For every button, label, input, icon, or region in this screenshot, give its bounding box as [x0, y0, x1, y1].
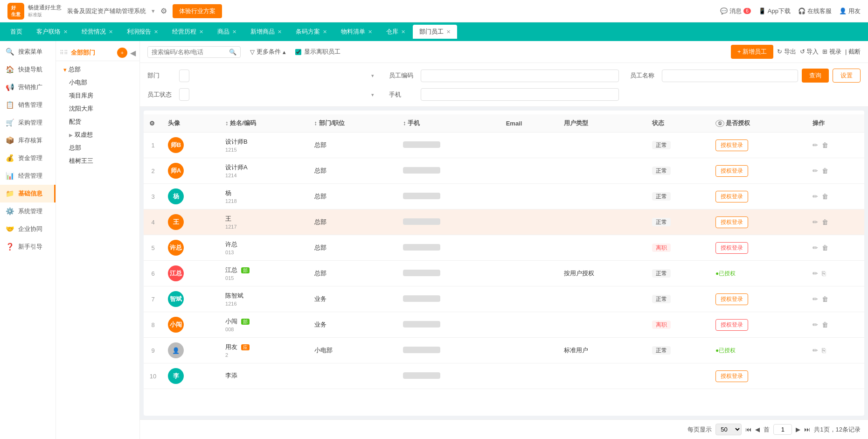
reset-btn[interactable]: 设置	[833, 69, 861, 83]
online-service[interactable]: 🎧 在线客服	[798, 7, 832, 15]
dept-item-project[interactable]: 项目库房	[56, 89, 139, 102]
tab-barcode[interactable]: 条码方案 ✕	[289, 25, 333, 39]
trial-btn[interactable]: 体验行业方案	[173, 4, 222, 18]
tab-home[interactable]: 首页	[4, 25, 29, 39]
th-status: 状态	[646, 114, 710, 132]
sidebar-item-search[interactable]: 🔍 搜索菜单	[0, 43, 56, 61]
sidebar-item-finance[interactable]: 💰 资金管理	[0, 149, 56, 167]
auth-login-btn[interactable]: 授权登录	[715, 319, 748, 331]
delete-btn[interactable]: 🗑	[822, 193, 828, 200]
dept-item-hq-root[interactable]: ▾ 总部	[56, 63, 139, 76]
sidebar-item-system[interactable]: ⚙️ 系统管理	[0, 202, 56, 220]
td-actions: ✏ 🗑	[807, 158, 864, 184]
dept-item-xiao-dian[interactable]: 小电部	[56, 76, 139, 89]
edit-btn[interactable]: ✏	[812, 244, 818, 251]
dept-collapse-btn[interactable]: ◀	[130, 49, 136, 57]
dept-add-btn[interactable]: +	[117, 48, 127, 58]
tab-new-goods[interactable]: 新增商品 ✕	[244, 25, 288, 39]
empname-input[interactable]	[662, 70, 798, 82]
tab-goods[interactable]: 商品 ✕	[211, 25, 243, 39]
show-resigned-label[interactable]: 显示离职员工	[295, 48, 340, 56]
msg-action[interactable]: 💬 消息 6	[720, 7, 751, 15]
export-btn[interactable]: ↻ 导出	[777, 48, 796, 56]
dropdown-arrow[interactable]: ▾	[152, 7, 155, 14]
sidebar-item-guide[interactable]: ❓ 新手引导	[0, 238, 56, 256]
search-input[interactable]	[152, 49, 226, 56]
auth-login-btn[interactable]: 授权登录	[715, 139, 748, 151]
dept-item-wangsan[interactable]: 植树王三	[56, 154, 139, 167]
auth-login-btn[interactable]: 授权登录	[715, 242, 748, 254]
sidebar-item-purchase[interactable]: 🛒 采购管理	[0, 114, 56, 132]
tab-department[interactable]: 部门员工 ✕	[413, 25, 457, 39]
tab-customer[interactable]: 客户联络 ✕	[30, 25, 74, 39]
filter-label: 更多条件	[257, 48, 281, 56]
empstatus-select[interactable]	[179, 88, 189, 101]
delete-btn[interactable]: 🗑	[822, 167, 828, 174]
more-btn[interactable]: | 截断	[845, 48, 861, 56]
delete-btn[interactable]: 🗑	[822, 321, 828, 328]
dept-select[interactable]	[179, 70, 189, 82]
view-btn[interactable]: ⊞ 视录	[822, 48, 841, 56]
page-next-icon[interactable]: ▶	[796, 426, 800, 433]
td-email	[500, 132, 559, 158]
page-input[interactable]	[773, 424, 792, 435]
dept-select-wrap	[179, 70, 378, 82]
phone-input[interactable]	[421, 88, 619, 101]
edit-btn[interactable]: ✏	[812, 321, 818, 328]
auth-login-btn[interactable]: 授权登录	[715, 370, 748, 382]
tab-operations[interactable]: 经营情况 ✕	[75, 25, 119, 39]
edit-btn[interactable]: ✏	[812, 141, 818, 149]
query-btn[interactable]: 查询	[802, 69, 829, 83]
more-filter-btn[interactable]: ▽ 更多条件 ▴	[246, 46, 290, 58]
th-dept[interactable]: ↕ 部门/职位	[309, 114, 397, 132]
auth-login-btn[interactable]: 授权登录	[715, 216, 748, 228]
auth-login-btn[interactable]: 授权登录	[715, 191, 748, 202]
edit-btn[interactable]: ✏	[812, 193, 818, 200]
add-employee-btn[interactable]: + 新增员工	[731, 45, 773, 59]
empcode-label: 员工编码	[389, 71, 417, 80]
sidebar-item-operations[interactable]: 📊 经营管理	[0, 167, 56, 185]
delete-btn[interactable]: 🗑	[822, 218, 828, 226]
tab-bom[interactable]: 物料清单 ✕	[334, 25, 379, 39]
app-download[interactable]: 📱 App下载	[758, 7, 791, 15]
per-page-select[interactable]: 50 100 200	[715, 424, 742, 435]
edit-btn[interactable]: ✏	[812, 347, 818, 354]
settings-icon[interactable]: ⚙	[160, 7, 167, 15]
dept-item-distribution[interactable]: 配货	[56, 115, 139, 128]
auth-login-btn[interactable]: 授权登录	[715, 165, 748, 177]
copy-btn[interactable]: ⎘	[822, 270, 826, 277]
show-resigned-checkbox[interactable]	[295, 49, 301, 55]
dept-item-hq[interactable]: 总部	[56, 141, 139, 154]
dept-item-double[interactable]: ▶ 双虚想	[56, 128, 139, 141]
sidebar-item-sales[interactable]: 📋 销售管理	[0, 96, 56, 114]
edit-btn[interactable]: ✏	[812, 218, 818, 226]
page-first-icon[interactable]: ⏮	[745, 426, 751, 433]
edit-btn[interactable]: ✏	[812, 167, 818, 174]
th-settings[interactable]: ⚙	[144, 114, 162, 132]
sidebar-item-basic[interactable]: 📁 基础信息	[0, 185, 56, 202]
tab-journey[interactable]: 经营历程 ✕	[166, 25, 210, 39]
th-phone[interactable]: ↕ 手机	[397, 114, 500, 132]
dept-item-shenyang[interactable]: 沈阳大库	[56, 102, 139, 115]
th-name[interactable]: ↕ 姓名/编码	[220, 114, 308, 132]
delete-btn[interactable]: 🗑	[822, 244, 828, 251]
delete-btn[interactable]: 🗑	[822, 295, 828, 303]
page-last-icon[interactable]: ⏭	[804, 426, 810, 433]
empcode-input[interactable]	[421, 70, 619, 82]
sidebar-item-quicknav[interactable]: 🏠 快捷导航	[0, 61, 56, 78]
td-auth: 授权登录	[710, 209, 807, 235]
import-btn[interactable]: ↺ 导入	[800, 48, 819, 56]
copy-btn[interactable]: ⎘	[822, 347, 826, 354]
td-avatar: 师B	[162, 132, 220, 158]
sidebar-item-inventory[interactable]: 📦 库存核算	[0, 132, 56, 149]
edit-btn[interactable]: ✏	[812, 295, 818, 303]
page-prev-icon[interactable]: ◀	[755, 426, 760, 433]
tab-profit[interactable]: 利润报告 ✕	[120, 25, 165, 39]
delete-btn[interactable]: 🗑	[822, 141, 828, 149]
edit-btn[interactable]: ✏	[812, 270, 818, 277]
auth-login-btn[interactable]: 授权登录	[715, 293, 748, 305]
sidebar-item-marketing[interactable]: 📢 营销推广	[0, 78, 56, 96]
sidebar-item-cooperation[interactable]: 🤝 企业协同	[0, 220, 56, 238]
tab-warehouse[interactable]: 仓库 ✕	[380, 25, 412, 39]
user-avatar[interactable]: 👤 用友	[839, 7, 861, 15]
